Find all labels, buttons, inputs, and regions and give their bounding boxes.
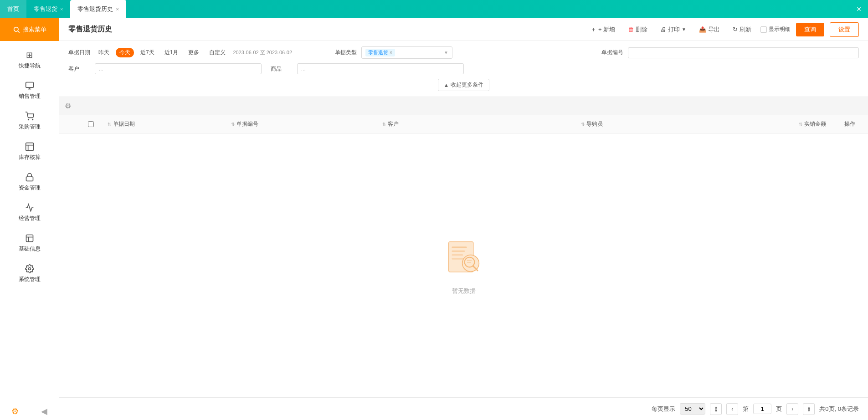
main-layout: 搜索菜单 ⊞ 快捷导航 销售管理: [0, 18, 868, 420]
purchase-icon: [25, 111, 35, 121]
th-date-label: 单据日期: [113, 120, 135, 128]
last-page-button[interactable]: ⟫: [803, 403, 815, 415]
export-button[interactable]: 📤 导出: [695, 24, 724, 36]
date-btn-yesterday[interactable]: 昨天: [95, 48, 113, 57]
customer-filter-group: 客户: [68, 63, 262, 74]
sidebar-item-base-info-label: 基础信息: [19, 245, 41, 253]
table-toolbar: ⚙: [59, 97, 868, 115]
sidebar: 搜索菜单 ⊞ 快捷导航 销售管理: [0, 18, 59, 420]
sidebar-item-finance[interactable]: 资金管理: [0, 167, 59, 197]
tab-retail-return-close[interactable]: ×: [60, 6, 63, 12]
sort-num-icon[interactable]: ⇅: [231, 122, 235, 127]
search-icon: [13, 26, 20, 33]
sidebar-item-operations-label: 经营管理: [19, 215, 41, 222]
empty-state: 暂无数据: [441, 236, 487, 295]
page-size-select[interactable]: 10 20 50 100: [680, 403, 705, 415]
customer-label: 客户: [68, 65, 91, 73]
total-pages-label: 共0页, 0条记录: [819, 405, 859, 413]
new-button[interactable]: ＋ + 新增: [587, 24, 619, 36]
th-number-label: 单据编号: [236, 120, 258, 128]
next-page-button[interactable]: ›: [786, 403, 798, 415]
svg-point-5: [28, 119, 29, 120]
customer-input[interactable]: [95, 63, 262, 74]
sort-customer-icon[interactable]: ⇅: [382, 122, 386, 127]
svg-rect-16: [452, 246, 467, 248]
prev-page-button[interactable]: ‹: [726, 403, 738, 415]
svg-point-6: [32, 119, 33, 120]
search-menu-button[interactable]: 搜索菜单: [0, 18, 59, 41]
goods-label: 商品: [271, 65, 293, 73]
first-page-button[interactable]: ⟪: [710, 403, 722, 415]
th-customer: ⇅ 客户: [377, 120, 575, 128]
show-detail-checkbox[interactable]: [760, 26, 767, 33]
page-number-input[interactable]: [753, 404, 771, 414]
settings-bottom-icon[interactable]: ⚙: [11, 406, 19, 416]
sort-date-icon[interactable]: ⇅: [108, 122, 111, 127]
tab-home[interactable]: 首页: [0, 0, 26, 18]
sidebar-item-inventory[interactable]: 库存核算: [0, 136, 59, 167]
print-chevron-icon: ▼: [682, 27, 686, 32]
sort-amount-icon[interactable]: ⇅: [799, 122, 802, 127]
doc-type-selector[interactable]: 零售退货 × ▼: [361, 46, 452, 59]
delete-button-label: 删除: [636, 26, 647, 34]
window-close-button[interactable]: ×: [850, 0, 868, 18]
sidebar-item-inventory-label: 库存核算: [19, 154, 41, 161]
tab-home-label: 首页: [7, 5, 19, 13]
select-all-checkbox[interactable]: [88, 121, 94, 127]
print-button[interactable]: 🖨 打印 ▼: [657, 24, 690, 36]
date-btn-7days[interactable]: 近7天: [137, 48, 158, 57]
print-icon: 🖨: [660, 26, 666, 33]
sidebar-item-system[interactable]: 系统管理: [0, 258, 59, 289]
collapse-button[interactable]: ▲ 收起更多条件: [438, 79, 490, 91]
sidebar-item-operations[interactable]: 经营管理: [0, 197, 59, 228]
th-guide-label: 导购员: [586, 120, 603, 128]
page-title: 零售退货历史: [68, 25, 112, 34]
tab-retail-return[interactable]: 零售退货 ×: [26, 0, 70, 18]
sort-guide-icon[interactable]: ⇅: [581, 122, 585, 127]
doc-type-tag-close[interactable]: ×: [390, 50, 392, 55]
table-settings-icon[interactable]: ⚙: [65, 102, 71, 110]
delete-button[interactable]: 🗑 删除: [624, 24, 651, 36]
delete-icon: 🗑: [628, 26, 634, 33]
svg-point-0: [14, 27, 18, 31]
table-body: 暂无数据: [59, 133, 868, 397]
pagination: 每页显示 10 20 50 100 ⟪ ‹ 第 页 › ⟫ 共0页, 0条记录: [59, 397, 868, 420]
date-btn-today[interactable]: 今天: [116, 48, 134, 57]
sidebar-item-sales[interactable]: 销售管理: [0, 75, 59, 106]
svg-rect-2: [26, 82, 33, 88]
date-btn-more[interactable]: 更多: [185, 48, 203, 57]
tab-retail-return-label: 零售退货: [34, 5, 57, 13]
doc-num-input[interactable]: [628, 47, 859, 58]
new-button-label: + 新增: [598, 26, 615, 34]
doc-type-filter-group: 单据类型 零售退货 × ▼: [335, 46, 592, 59]
tab-retail-return-history[interactable]: 零售退货历史 ×: [70, 0, 126, 18]
svg-rect-18: [452, 254, 463, 256]
sidebar-item-quick-nav[interactable]: ⊞ 快捷导航: [0, 45, 59, 75]
th-operation-label: 操作: [844, 120, 855, 128]
quick-nav-icon: ⊞: [25, 50, 35, 60]
doc-type-chevron-icon: ▼: [444, 50, 448, 55]
doc-type-tag: 零售退货 ×: [365, 49, 395, 56]
query-button[interactable]: 查询: [796, 23, 824, 36]
settings-button[interactable]: 设置: [830, 22, 859, 37]
doc-type-label: 单据类型: [335, 49, 358, 56]
svg-rect-10: [26, 177, 33, 181]
table-container: ⚙ ⇅ 单据日期 ⇅ 单据编号 ⇅ 客户: [59, 97, 868, 397]
goods-input[interactable]: [297, 63, 464, 74]
tab-retail-return-history-close[interactable]: ×: [116, 6, 118, 12]
th-customer-label: 客户: [388, 120, 399, 128]
top-bar: 首页 零售退货 × 零售退货历史 × ×: [0, 0, 868, 18]
filter-row-1: 单据日期 昨天 今天 近7天 近1月 更多 自定义 2023-06-02 至 2…: [68, 46, 859, 59]
page-header: 零售退货历史 ＋ + 新增 🗑 删除 🖨 打印 ▼ 📤 导出: [59, 18, 868, 41]
date-btn-1month[interactable]: 近1月: [161, 48, 182, 57]
collapse-sidebar-icon[interactable]: ◀: [41, 406, 47, 416]
export-icon: 📤: [699, 26, 706, 33]
refresh-button[interactable]: ↻ 刷新: [729, 24, 755, 36]
sidebar-item-purchase[interactable]: 采购管理: [0, 106, 59, 136]
date-btn-custom[interactable]: 自定义: [205, 48, 229, 57]
sidebar-item-base-info[interactable]: 基础信息: [0, 228, 59, 258]
goods-filter-group: 商品: [271, 63, 464, 74]
date-filter-label: 单据日期: [68, 49, 91, 56]
th-checkbox[interactable]: [79, 121, 102, 127]
svg-line-1: [18, 31, 20, 33]
